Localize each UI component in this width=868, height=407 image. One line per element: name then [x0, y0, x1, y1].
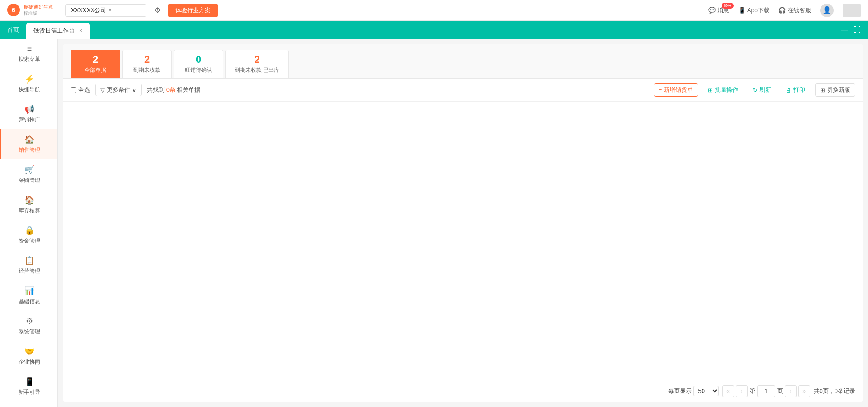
batch-operation-button[interactable]: ⊞ 批量操作: [703, 84, 743, 96]
operations-icon: 📋: [24, 256, 34, 266]
filter-button[interactable]: ▽ 更多条件 ∨: [95, 84, 142, 96]
avatar[interactable]: 👤: [820, 4, 834, 17]
switch-label: 切换新版: [827, 86, 850, 94]
sidebar-item-operations[interactable]: 📋 经营管理: [0, 250, 57, 281]
found-prefix: 共找到: [147, 86, 165, 93]
page-suffix-label: 页: [777, 387, 783, 395]
page-nav: « ‹ 第 页 › »: [722, 385, 810, 397]
stat-label-pending: 旺铺待确认: [185, 66, 212, 74]
refresh-icon: ↻: [753, 87, 758, 94]
sidebar-item-quick-nav[interactable]: ⚡ 快捷导航: [0, 69, 57, 99]
page-first-button[interactable]: «: [722, 385, 734, 397]
stats-tabs: 2 全部单据 2 到期未收款 0 旺铺待确认 2 到期未收款 已出库: [63, 44, 863, 79]
per-page-select[interactable]: 20 50 100: [693, 386, 719, 396]
tab-home[interactable]: 首页: [0, 21, 26, 39]
select-all-label: 全选: [78, 86, 90, 94]
stat-num-pending: 0: [196, 54, 201, 65]
sidebar-label-inventory: 库存核算: [19, 207, 40, 215]
marketing-icon: 📢: [24, 104, 34, 114]
sidebar-label-marketing: 营销推广: [19, 116, 40, 124]
stat-tab-overdue-shipped[interactable]: 2 到期未收款 已出库: [225, 50, 289, 78]
content-area: 2 全部单据 2 到期未收款 0 旺铺待确认 2 到期未收款 已出库: [58, 39, 868, 407]
sidebar-item-search-menu[interactable]: ≡ 搜索菜单: [0, 39, 57, 69]
experience-button[interactable]: 体验行业方案: [168, 4, 218, 17]
online-service-action[interactable]: 🎧 在线客服: [778, 6, 811, 14]
logo-text: 畅捷通好生意: [24, 4, 53, 10]
avatar-icon: 👤: [822, 6, 831, 14]
message-icon: 💬: [708, 7, 716, 14]
sidebar-item-system[interactable]: ⚙ 系统管理: [0, 311, 57, 341]
tab-close-icon[interactable]: ×: [79, 28, 82, 34]
sidebar-label-search-menu: 搜索菜单: [19, 56, 40, 63]
add-sales-order-button[interactable]: + 新增销货单: [654, 83, 698, 97]
content-inner: 2 全部单据 2 到期未收款 0 旺铺待确认 2 到期未收款 已出库: [63, 44, 863, 402]
stat-label-overdue-shipped: 到期未收款 已出库: [235, 66, 279, 74]
per-page-label: 每页显示: [668, 387, 692, 395]
service-icon: 🎧: [778, 7, 786, 14]
quick-nav-icon: ⚡: [24, 74, 34, 84]
page-label: 第: [750, 387, 755, 395]
messages-action[interactable]: 💬 消息 99+: [708, 6, 729, 14]
stat-label-overdue: 到期未收款: [133, 66, 160, 74]
toolbar-right: + 新增销货单 ⊞ 批量操作 ↻ 刷新 🖨 打印 ⊞: [654, 83, 855, 97]
sidebar-label-basic-info: 基础信息: [19, 298, 40, 305]
download-icon: 📱: [738, 7, 745, 14]
purchase-icon: 🛒: [24, 165, 34, 175]
sidebar-item-enterprise[interactable]: 🤝 企业协同: [0, 341, 57, 371]
sidebar-item-finance[interactable]: 🔒 资金管理: [0, 220, 57, 250]
found-suffix: 相关单据: [177, 86, 200, 93]
page-size-selector: 每页显示 20 50 100: [668, 386, 719, 396]
user-menu-area[interactable]: [843, 4, 861, 17]
sidebar-item-sales[interactable]: 🏠 销售管理: [0, 129, 57, 159]
stat-tab-overdue[interactable]: 2 到期未收款: [122, 50, 172, 78]
logo-area: 6 畅捷通好生意 标准版: [7, 4, 65, 16]
sidebar-item-purchase[interactable]: 🛒 采购管理: [0, 159, 57, 190]
tab-active[interactable]: 钱货日清工作台 ×: [26, 23, 90, 39]
sidebar-label-operations: 经营管理: [19, 267, 40, 275]
sidebar-item-basic-info[interactable]: 📊 基础信息: [0, 281, 57, 311]
app-download-action[interactable]: 📱 App下载: [738, 6, 769, 14]
finance-icon: 🔒: [24, 225, 34, 235]
company-selector[interactable]: XXXXXX公司 ▾: [65, 4, 146, 17]
batch-icon: ⊞: [708, 87, 713, 94]
active-tab-label: 钱货日清工作台: [33, 27, 75, 35]
stat-label-all: 全部单据: [85, 66, 106, 74]
print-button[interactable]: 🖨 打印: [781, 84, 810, 96]
window-minimize-icon[interactable]: —: [841, 26, 848, 34]
logo-sub: 标准版: [24, 10, 53, 17]
header-right: 💬 消息 99+ 📱 App下载 🎧 在线客服 👤: [708, 4, 861, 17]
sidebar-item-inventory[interactable]: 🏠 库存核算: [0, 190, 57, 220]
found-count: 0条: [166, 86, 175, 93]
inventory-icon: 🏠: [24, 195, 34, 205]
total-text: 共0页，0条记录: [814, 387, 855, 395]
filter-icon: ▽: [100, 87, 105, 94]
sidebar-item-marketing[interactable]: 📢 营销推广: [0, 99, 57, 129]
filter-label: 更多条件: [107, 86, 130, 94]
page-next-button[interactable]: ›: [785, 385, 797, 397]
tab-window-actions: — ⛶: [834, 26, 868, 34]
select-all-input[interactable]: [71, 87, 76, 93]
page-last-button[interactable]: »: [798, 385, 810, 397]
system-icon: ⚙: [26, 316, 33, 326]
print-icon: 🖨: [786, 87, 792, 94]
basic-info-icon: 📊: [24, 286, 34, 296]
filter-chevron-icon: ∨: [132, 87, 137, 94]
enterprise-icon: 🤝: [24, 346, 34, 356]
main-layout: ≡ 搜索菜单 ⚡ 快捷导航 📢 营销推广 🏠 销售管理 🛒 采购管理 🏠 库存核…: [0, 39, 868, 407]
sidebar-item-guide[interactable]: 📱 新手引导: [0, 371, 57, 402]
window-maximize-icon[interactable]: ⛶: [854, 26, 861, 34]
online-service-label: 在线客服: [788, 6, 811, 14]
sales-icon: 🏠: [24, 135, 34, 145]
found-text: 共找到 0条 相关单据: [147, 86, 200, 94]
refresh-button[interactable]: ↻ 刷新: [748, 84, 776, 96]
settings-button[interactable]: ⚙: [150, 3, 165, 18]
page-prev-button[interactable]: ‹: [736, 385, 748, 397]
select-all-checkbox[interactable]: 全选: [71, 86, 90, 94]
stat-tab-pending[interactable]: 0 旺铺待确认: [174, 50, 223, 78]
sidebar-item-app-center[interactable]: 🎁 应用中心: [0, 402, 57, 407]
page-input[interactable]: [757, 385, 775, 397]
search-menu-icon: ≡: [27, 44, 32, 54]
stat-tab-all[interactable]: 2 全部单据: [71, 50, 120, 78]
sidebar-label-purchase: 采购管理: [19, 177, 40, 184]
switch-version-button[interactable]: ⊞ 切换新版: [815, 83, 855, 97]
